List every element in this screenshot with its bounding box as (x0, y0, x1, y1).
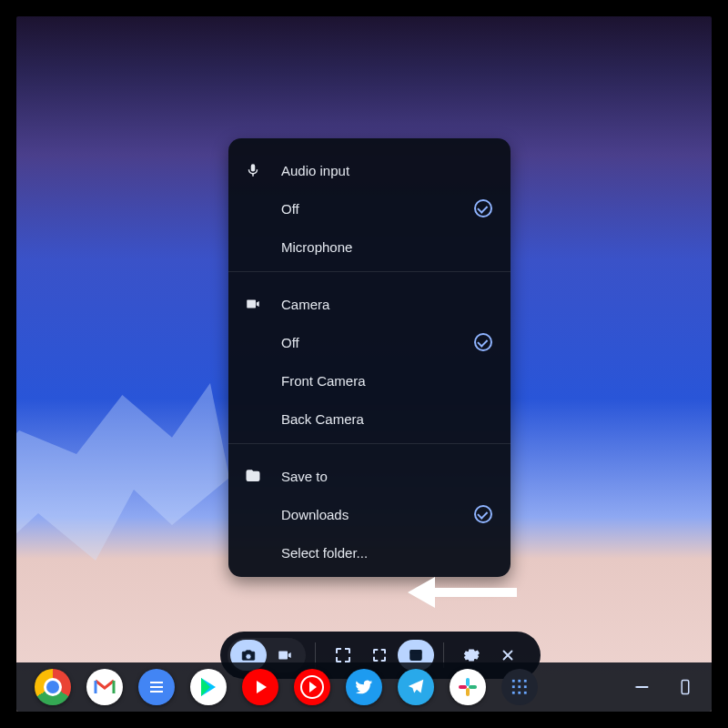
desktop-wallpaper: Audio input Off Microphone Camera Off (16, 16, 712, 712)
app-grid[interactable] (501, 669, 538, 705)
video-camera-icon (277, 647, 293, 663)
partial-dashed-icon (373, 649, 386, 662)
window-icon (408, 647, 424, 663)
app-twitter[interactable] (346, 669, 382, 705)
stylus-icon (632, 675, 654, 698)
audio-input-label: Audio input (281, 163, 494, 178)
app-play-store[interactable] (190, 669, 227, 705)
fullscreen-dashed-icon (336, 648, 350, 662)
svg-rect-2 (466, 678, 470, 686)
shelf-status-area[interactable] (635, 679, 693, 695)
svg-rect-3 (469, 685, 477, 689)
shelf (16, 662, 712, 712)
app-youtube-music[interactable] (294, 669, 330, 705)
microphone-icon (245, 162, 281, 178)
phone-icon (677, 679, 693, 695)
camera-section: Camera Off Front Camera Back Camera (228, 271, 511, 443)
audio-input-section: Audio input Off Microphone (228, 138, 511, 271)
app-slack[interactable] (450, 669, 486, 705)
camera-option-front[interactable]: Front Camera (228, 361, 511, 399)
audio-option-off[interactable]: Off (228, 189, 511, 228)
camera-header: Camera (228, 285, 511, 323)
app-youtube[interactable] (242, 669, 278, 705)
save-to-header: Save to (228, 457, 511, 495)
camera-label: Camera (281, 297, 494, 312)
svg-rect-1 (410, 651, 421, 653)
gear-icon (463, 647, 480, 663)
save-to-section: Save to Downloads Select folder... (228, 443, 511, 577)
audio-option-microphone[interactable]: Microphone (228, 228, 511, 266)
check-icon (474, 505, 492, 523)
annotation-arrow (408, 579, 517, 606)
app-docs[interactable] (138, 669, 175, 705)
audio-input-header: Audio input (228, 151, 511, 189)
camera-option-back[interactable]: Back Camera (228, 399, 511, 438)
save-option-select-folder[interactable]: Select folder... (228, 533, 511, 571)
app-chrome[interactable] (35, 669, 71, 705)
svg-rect-4 (466, 688, 470, 696)
check-icon (474, 199, 492, 217)
shelf-apps (35, 669, 635, 705)
camera-icon (240, 647, 257, 663)
check-icon (474, 333, 492, 351)
capture-settings-panel: Audio input Off Microphone Camera Off (228, 138, 511, 577)
close-icon (500, 647, 516, 663)
svg-rect-6 (682, 681, 689, 694)
camera-option-off[interactable]: Off (228, 323, 511, 361)
video-camera-icon (245, 296, 281, 312)
app-telegram[interactable] (398, 669, 434, 705)
svg-rect-5 (459, 685, 467, 689)
folder-icon (245, 468, 281, 484)
save-option-downloads[interactable]: Downloads (228, 495, 511, 533)
app-gmail[interactable] (86, 669, 123, 705)
save-to-label: Save to (281, 469, 494, 484)
